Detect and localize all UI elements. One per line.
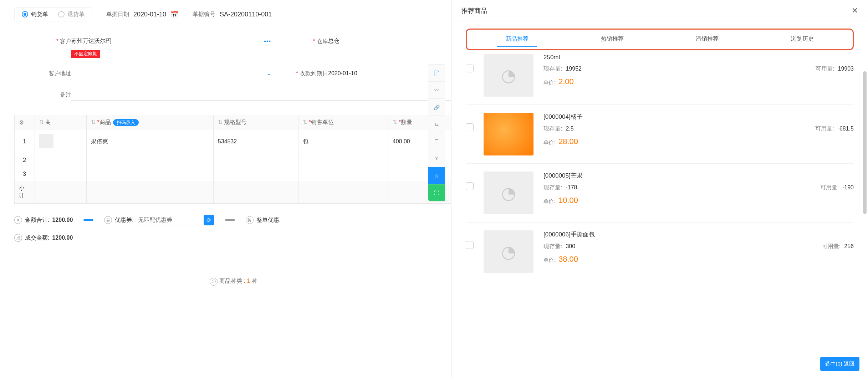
- gear-icon: ⚙: [19, 119, 24, 126]
- scan-badge[interactable]: 扫码录入: [113, 119, 139, 126]
- stock-label: 现存量:: [543, 243, 562, 249]
- radio-return-order[interactable]: 退货单: [58, 11, 85, 18]
- stock-value: 2.5: [566, 126, 573, 132]
- side-icon-rail: 📄 〰 🔗 ⇆ ⛉ ￥ ☆ ⛶: [428, 64, 445, 202]
- product-row: ◔ [0000005]芒果 现存量:-178 可用量:-190 单价:10.00: [466, 164, 854, 223]
- subtotal-row: 小计: [15, 181, 453, 204]
- subtotal-label: 小计: [15, 181, 35, 204]
- product-row: ◔ 250ml 现存量:19952 可用量:19903 单价:2.00: [466, 54, 854, 105]
- kind-label: 商品种类 :: [219, 278, 245, 284]
- address-select[interactable]: ⌄: [71, 68, 271, 79]
- customer-input[interactable]: 苏州万达沃尔玛 •••: [71, 36, 271, 47]
- coupon-label: 优惠券:: [115, 216, 133, 224]
- doc-no-field: 单据编号 SA-20200110-001: [193, 11, 272, 18]
- product-checkbox[interactable]: [466, 123, 474, 131]
- ticket-icon: 券: [104, 216, 112, 224]
- stock-label: 现存量:: [543, 66, 562, 72]
- product-title: [0000005]芒果: [543, 172, 854, 180]
- tab-0[interactable]: 新品推荐: [497, 32, 537, 47]
- product-checkbox[interactable]: [466, 182, 474, 190]
- recommend-title: 推荐商品: [461, 6, 487, 15]
- col-unit[interactable]: ⇅*销售单位: [298, 115, 388, 130]
- tab-1[interactable]: 热销推荐: [592, 32, 632, 47]
- dash-icon: [83, 219, 93, 221]
- product-image: ◔: [484, 54, 533, 97]
- bottom-summary: ⓘ 商品种类 : 1 种: [14, 277, 453, 286]
- due-date-value: 2020-01-10: [328, 70, 357, 77]
- product-title: [0000006]手撕面包: [543, 230, 854, 239]
- doc-no-label: 单据编号: [193, 11, 215, 18]
- product-thumb: [39, 134, 53, 148]
- radio-return-label: 退货单: [67, 11, 85, 18]
- price-value: 2.00: [558, 77, 574, 86]
- recommend-panel: 推荐商品 ✕ 新品推荐热销推荐滞销推荐浏览历史 ◔ 250ml 现存量:1995…: [451, 0, 868, 378]
- warehouse-value: 总仓: [328, 37, 339, 45]
- avail-label: 可用量:: [822, 243, 841, 249]
- rail-transfer-icon[interactable]: ⇆: [428, 116, 445, 133]
- address-field: 客户地址 ⌄: [14, 68, 271, 79]
- settings-column[interactable]: ⚙: [15, 115, 35, 130]
- kind-suffix: 种: [252, 278, 257, 284]
- final-amount-value: 1200.00: [52, 235, 73, 241]
- customer-label: 客户: [60, 38, 71, 44]
- selected-return-button[interactable]: 选中(0) 返回: [820, 357, 860, 371]
- rail-chart-icon[interactable]: 〰: [428, 82, 445, 99]
- product-checkbox[interactable]: [466, 241, 474, 249]
- amount-label: 金额合计:: [25, 216, 49, 224]
- rail-expand-icon[interactable]: ⛶: [428, 184, 445, 201]
- calendar-icon[interactable]: 📅: [170, 10, 178, 18]
- col-spec[interactable]: ⇅规格型号: [213, 115, 298, 130]
- price-label: 单价:: [543, 80, 555, 85]
- avail-value: 19903: [838, 66, 854, 72]
- product-row: ◔ [0000006]手撕面包 现存量:300 可用量:256 单价:38.00: [466, 223, 854, 281]
- remark-input[interactable]: [71, 89, 453, 101]
- close-icon[interactable]: ✕: [852, 6, 858, 15]
- coupon-input[interactable]: [137, 215, 201, 225]
- more-dots-icon[interactable]: •••: [264, 38, 271, 45]
- rail-shield-icon[interactable]: ⛉: [428, 133, 445, 150]
- final-amount-label: 成交金额:: [25, 234, 49, 242]
- product-row: [0000004]橘子 现存量:2.5 可用量:-681.5 单价:28.00: [466, 105, 854, 164]
- items-table: ⚙ ⇅商 ⇅*商品扫码录入 ⇅规格型号 ⇅*销售单位 ⇅*数量 1 果倍爽534…: [14, 115, 453, 204]
- rail-currency-icon[interactable]: ￥: [428, 150, 445, 167]
- tab-2[interactable]: 滞销推荐: [687, 32, 727, 47]
- amount-value: 1200.00: [52, 217, 73, 223]
- yen-icon: ¥: [14, 216, 22, 224]
- col-img[interactable]: ⇅商: [35, 115, 87, 130]
- avail-value: -190: [842, 184, 854, 190]
- scrollbar[interactable]: [863, 71, 867, 214]
- rail-link-icon[interactable]: 🔗: [428, 99, 445, 116]
- info-icon: ⓘ: [210, 278, 218, 286]
- due-date-field: *收款到期日 2020-01-10: [271, 68, 453, 79]
- stock-value: 300: [566, 243, 575, 249]
- refresh-coupon-button[interactable]: ⟳: [204, 215, 214, 225]
- doc-no-value: SA-20200110-001: [220, 11, 272, 18]
- product-checkbox[interactable]: [466, 65, 474, 72]
- chevron-down-icon: ⌄: [266, 70, 271, 77]
- rail-star-icon[interactable]: ☆: [428, 167, 445, 184]
- warehouse-input[interactable]: 总仓: [328, 36, 453, 47]
- doc-date-label: 单据日期: [106, 11, 129, 18]
- stock-label: 现存量:: [543, 126, 562, 132]
- stock-value: 19952: [566, 66, 582, 72]
- table-row[interactable]: 1 果倍爽534532包400.00: [15, 130, 453, 153]
- warehouse-label: 仓库: [317, 38, 328, 44]
- table-row[interactable]: 3: [15, 167, 453, 181]
- deal-icon: 成: [14, 234, 22, 242]
- radio-sale-order[interactable]: 销货单: [22, 11, 48, 18]
- discount-icon: 折: [246, 216, 254, 224]
- kind-value: 1: [247, 278, 250, 284]
- col-product[interactable]: ⇅*商品扫码录入: [87, 115, 213, 130]
- remark-field: 备注: [14, 89, 453, 101]
- tab-3[interactable]: 浏览历史: [782, 32, 822, 47]
- table-row[interactable]: 2: [15, 153, 453, 167]
- doc-date-value[interactable]: 2020-01-10: [133, 11, 166, 18]
- avail-value: 256: [844, 243, 854, 249]
- rail-doc-icon[interactable]: 📄: [428, 65, 445, 82]
- doc-date-field: 单据日期 2020-01-10 📅: [106, 10, 178, 18]
- price-value: 38.00: [558, 255, 578, 264]
- due-date-label: 收款到期日: [300, 70, 328, 76]
- customer-field: *客户 苏州万达沃尔玛 ••• 不固定账期: [14, 36, 271, 58]
- account-period-badge: 不固定账期: [71, 50, 100, 58]
- order-type-radio-group: 销货单 退货单: [14, 7, 92, 21]
